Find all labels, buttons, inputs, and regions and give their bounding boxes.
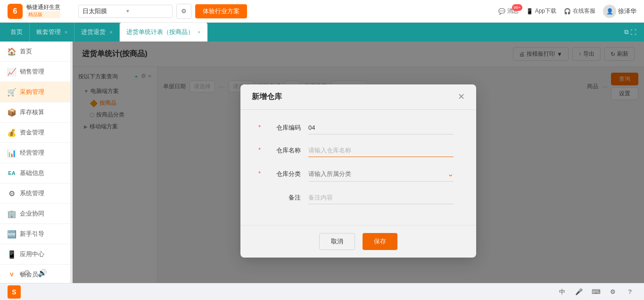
bottom-settings-symbol: ⚙ — [610, 288, 616, 295]
avatar: 👤 — [603, 5, 616, 18]
header-search-area: 日太阳膜 ▼ ⚙ 体验行业方案 — [78, 4, 498, 19]
sidebar-item-guide[interactable]: 🆕 新手引导 — [0, 224, 70, 244]
tab-purchase-stats-close[interactable]: × — [198, 29, 200, 35]
sidebar: 🏠 首页 📈 销售管理 🛒 采购管理 📦 库存核算 💰 资金管理 📊 经营管理 … — [0, 42, 71, 300]
tab-account-close[interactable]: × — [65, 29, 67, 35]
sidebar-item-inventory[interactable]: 📦 库存核算 — [0, 102, 70, 123]
message-button[interactable]: 💬 消息 99+ — [498, 7, 519, 15]
sidebar-item-sales[interactable]: 📈 销售管理 — [0, 62, 70, 82]
app-download-button[interactable]: 📱 App下载 — [526, 7, 556, 15]
tab-bar: 首页 账套管理 × 进货退货 × 进货单统计表（按商品） × ⧉ ⛶ — [0, 23, 644, 42]
sales-icon: 📈 — [8, 67, 16, 76]
tab-account-label: 账套管理 — [36, 28, 61, 36]
operation-icon: 📊 — [8, 149, 16, 157]
sidebar-item-enterprise[interactable]: 🏢 企业协同 — [0, 204, 70, 224]
bottom-settings-icon[interactable]: ⚙ — [606, 285, 619, 299]
search-dropdown-arrow: ▼ — [125, 8, 168, 14]
modal-close-button[interactable]: ✕ — [458, 92, 465, 101]
tab-spacer — [207, 23, 620, 42]
sidebar-item-basic-info[interactable]: EA 基础信息 — [0, 163, 70, 183]
trial-button[interactable]: 体验行业方案 — [195, 4, 247, 18]
purchase-icon: 🛒 — [8, 88, 16, 96]
gear-icon: ⚙ — [181, 8, 187, 15]
sidebar-item-home-label: 首页 — [20, 47, 32, 56]
sidebar-item-appcenter[interactable]: 📱 应用中心 — [0, 244, 70, 265]
microphone-icon[interactable]: 🎤 — [572, 285, 586, 299]
tab-account[interactable]: 账套管理 × — [30, 23, 74, 42]
chinese-input-icon[interactable]: 中 — [555, 285, 569, 299]
store-search-box[interactable]: 日太阳膜 ▼ — [78, 5, 173, 18]
form-row-code: 仓库编码 — [263, 121, 454, 134]
bottom-right: 中 🎤 ⌨ ⚙ ? — [555, 285, 636, 299]
tab-home-label: 首页 — [10, 28, 23, 36]
cancel-button[interactable]: 取消 — [319, 233, 355, 250]
code-input[interactable] — [308, 121, 454, 134]
tab-purchase-return[interactable]: 进货退货 × — [74, 23, 119, 42]
category-label: 仓库分类 — [263, 170, 301, 178]
enterprise-icon: 🏢 — [8, 209, 16, 218]
s-logo: S — [8, 285, 21, 299]
s-logo-text: S — [12, 288, 16, 296]
main-layout: 🏠 首页 📈 销售管理 🛒 采购管理 📦 库存核算 💰 资金管理 📊 经营管理 … — [0, 42, 644, 300]
system-icon: ⚙ — [8, 189, 16, 198]
tab-restore-icon[interactable]: ⧉ — [624, 28, 628, 36]
tab-home[interactable]: 首页 — [4, 23, 30, 42]
category-input[interactable] — [308, 170, 447, 177]
bottom-bar: S 中 🎤 ⌨ ⚙ ? — [0, 283, 644, 300]
sidebar-item-operation[interactable]: 📊 经营管理 — [0, 143, 70, 163]
online-service-button[interactable]: 🎧 在线客服 — [564, 7, 595, 15]
modal-new-warehouse: 新增仓库 ✕ 仓库编码 仓库名称 仓库分类 — [240, 84, 476, 258]
note-input[interactable] — [308, 191, 454, 204]
sidebar-settings-icon[interactable]: ⚙ — [24, 268, 30, 277]
modal-header: 新增仓库 ✕ — [240, 84, 476, 110]
tab-purchase-stats[interactable]: 进货单统计表（按商品） × — [120, 23, 207, 42]
category-select[interactable]: ⌄ — [308, 167, 454, 182]
bottom-help-symbol: ? — [628, 288, 631, 295]
tab-controls: ⧉ ⛶ — [620, 23, 640, 42]
sidebar-item-purchase-label: 采购管理 — [20, 88, 44, 96]
sidebar-collapse-icon[interactable]: 🔊 — [38, 268, 47, 277]
keyboard-icon[interactable]: ⌨ — [589, 285, 603, 299]
mic-icon: 🎤 — [575, 288, 583, 295]
sidebar-item-finance[interactable]: 💰 资金管理 — [0, 123, 70, 143]
name-input[interactable] — [308, 144, 454, 157]
message-icon: 💬 — [498, 8, 505, 15]
search-value: 日太阳膜 — [83, 7, 125, 16]
home-icon: 🏠 — [8, 47, 16, 56]
sidebar-item-purchase[interactable]: 🛒 采购管理 — [0, 82, 70, 102]
online-service-label: 在线客服 — [573, 7, 595, 15]
settings-button[interactable]: ⚙ — [176, 4, 191, 19]
bottom-help-icon[interactable]: ? — [623, 285, 636, 299]
sidebar-bottom-controls: ⚙ 🔊 — [0, 265, 71, 281]
save-button[interactable]: 保存 — [363, 233, 397, 250]
sidebar-item-guide-label: 新手引导 — [20, 230, 44, 238]
bottom-left: S — [8, 285, 21, 299]
message-badge: 99+ — [512, 4, 522, 11]
name-label: 仓库名称 — [263, 146, 301, 155]
sidebar-item-inventory-label: 库存核算 — [20, 108, 44, 117]
tab-expand-icon[interactable]: ⛶ — [630, 29, 636, 36]
appcenter-icon: 📱 — [8, 250, 16, 258]
app-download-label: App下载 — [535, 7, 556, 15]
code-label: 仓库编码 — [263, 124, 301, 132]
modal-overlay: 新增仓库 ✕ 仓库编码 仓库名称 仓库分类 — [73, 42, 644, 300]
sidebar-item-system-label: 系统管理 — [20, 189, 44, 198]
sidebar-item-home[interactable]: 🏠 首页 — [0, 42, 70, 62]
sidebar-item-appcenter-label: 应用中心 — [20, 250, 44, 258]
tab-purchase-stats-label: 进货单统计表（按商品） — [126, 28, 194, 36]
tab-purchase-return-close[interactable]: × — [109, 29, 112, 35]
logo-area: 6 畅捷通好生意 精品版 — [8, 4, 78, 19]
basic-info-icon: EA — [8, 169, 16, 177]
form-row-category: 仓库分类 ⌄ — [263, 167, 454, 182]
content-area: 进货单统计(按商品) 🖨 按模板打印 ▼ ↑ 导出 ↻ 刷新 — [73, 42, 644, 300]
sidebar-item-sales-label: 销售管理 — [20, 67, 44, 76]
sidebar-item-system[interactable]: ⚙ 系统管理 — [0, 183, 70, 204]
note-label: 备注 — [263, 193, 301, 202]
user-info[interactable]: 👤 徐泽华 — [603, 5, 636, 18]
keyboard-icon-symbol: ⌨ — [592, 288, 601, 295]
brand-name: 畅捷通好生意 — [26, 4, 60, 11]
inventory-icon: 📦 — [8, 108, 16, 117]
sidebar-item-basic-info-label: 基础信息 — [20, 169, 44, 177]
sidebar-item-enterprise-label: 企业协同 — [20, 209, 44, 218]
headset-icon: 🎧 — [564, 8, 571, 15]
